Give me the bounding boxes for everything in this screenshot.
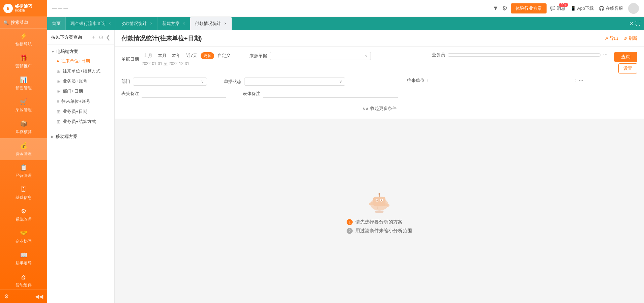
sidebar-item-hardware[interactable]: 🖨 智能硬件 bbox=[0, 270, 47, 290]
source-select[interactable]: ∨ bbox=[270, 52, 371, 60]
scheme-item-unit-account-label: 往来单位+账号 bbox=[61, 98, 90, 104]
scheme-settings-icon[interactable]: ⊙ bbox=[99, 34, 103, 40]
sidebar-bottom: ⚙ ◀◀ bbox=[0, 290, 47, 303]
app-label: App下载 bbox=[577, 5, 594, 11]
scheme-item-unit-date[interactable]: ● 往来单位+日期 bbox=[47, 56, 114, 66]
scheme-item-staff-settle[interactable]: ⊞ 业务员+结算方式 bbox=[47, 117, 114, 127]
date-btn-this-year[interactable]: 本年 bbox=[170, 52, 183, 59]
scheme-group-desktop-label: 电脑端方案 bbox=[56, 49, 78, 55]
date-buttons: 上月 本月 本年 近7天 更多 自定义 bbox=[142, 52, 233, 59]
scheme-item-staff-date[interactable]: ⊞ 业务员+日期 bbox=[47, 107, 114, 117]
export-button[interactable]: ↗ 导出 bbox=[605, 35, 618, 41]
date-btn-more[interactable]: 更多 bbox=[201, 52, 214, 59]
collapse-label: 收起更多条件 bbox=[370, 105, 397, 112]
filter-settings-button[interactable]: 设置 bbox=[618, 63, 637, 73]
collapse-conditions-button[interactable]: ∧∧ 收起更多条件 bbox=[355, 103, 403, 114]
svg-point-7 bbox=[379, 193, 380, 195]
app-download-button[interactable]: 📱 App下载 bbox=[570, 5, 594, 11]
sidebar-item-label: 库存核算 bbox=[16, 129, 32, 135]
tip-num-2: 2 bbox=[347, 228, 353, 234]
staff-select[interactable] bbox=[448, 53, 601, 57]
scheme-item-dept-date[interactable]: ⊞ 部门+日期 bbox=[47, 86, 114, 96]
dept-date-icon: ⊞ bbox=[57, 89, 61, 94]
tab-home[interactable]: 首页 bbox=[47, 17, 66, 30]
tab-home-label: 首页 bbox=[52, 21, 61, 27]
sales-icon: 📊 bbox=[20, 76, 28, 84]
tab-payment[interactable]: 付款情况统计 × bbox=[190, 17, 232, 30]
scheme-group-desktop-header[interactable]: ▼ 电脑端方案 bbox=[47, 47, 114, 56]
sidebar-item-quick-nav[interactable]: ⚡ 快捷导航 bbox=[0, 29, 47, 51]
tab-close-all[interactable]: ✕ bbox=[629, 21, 634, 27]
collapse-up-icon: ∧∧ bbox=[362, 106, 369, 111]
filter-dept-item: 部门 ∨ bbox=[121, 78, 207, 86]
tbody-note-input[interactable] bbox=[263, 90, 398, 98]
collapse-panel-icon[interactable]: ❮ bbox=[106, 34, 110, 40]
scheme-group-mobile-header[interactable]: ▶ 移动端方案 bbox=[47, 132, 114, 141]
sidebar-item-operations[interactable]: 📋 经营管理 bbox=[0, 160, 47, 182]
service-label: 在线客服 bbox=[606, 5, 623, 11]
scheme-item-staff-date-label: 业务员+日期 bbox=[63, 109, 87, 115]
query-actions: 查询 设置 bbox=[614, 52, 637, 73]
thead-note-label: 表头备注 bbox=[121, 91, 139, 97]
breadcrumb-path: — — — bbox=[52, 6, 68, 11]
dept-chevron-icon: ∨ bbox=[201, 79, 204, 84]
topbar-gear-icon[interactable]: ⚙ bbox=[502, 5, 507, 12]
sidebar-item-sales[interactable]: 📊 销售管理 bbox=[0, 72, 47, 94]
tab-bank-close[interactable]: × bbox=[109, 21, 111, 26]
refresh-icon: ↺ bbox=[623, 36, 627, 41]
sidebar-item-purchase[interactable]: 🛒 采购管理 bbox=[0, 94, 47, 116]
refresh-button[interactable]: ↺ 刷新 bbox=[623, 35, 637, 41]
tab-receipt[interactable]: 收款情况统计 × bbox=[116, 17, 157, 30]
svg-rect-10 bbox=[375, 211, 384, 213]
search-menu[interactable]: 🔍 搜索菜单 bbox=[0, 17, 47, 29]
logo-text: 畅捷通巧 标准版 bbox=[15, 4, 32, 13]
date-btn-this-month[interactable]: 本月 bbox=[156, 52, 169, 59]
docstatus-select[interactable]: ∨ bbox=[244, 78, 345, 86]
tab-expand[interactable]: ⛶ bbox=[635, 21, 641, 27]
main-area: — — — ▼ ⚙ 体验行业方案 💬 消息 99+ 📱 App下载 🎧 在线客服… bbox=[47, 0, 644, 303]
date-btn-custom[interactable]: 自定义 bbox=[215, 52, 233, 59]
sidebar-nav: ⚡ 快捷导航 🎁 营销推广 📊 销售管理 🛒 采购管理 📦 库存核算 💰 资金管… bbox=[0, 29, 47, 290]
guide-icon: 📖 bbox=[20, 251, 28, 259]
tab-new-scheme-close[interactable]: × bbox=[183, 21, 185, 26]
tabbar: 首页 现金银行流水查询 × 收款情况统计 × 新建方案 × 付款情况统计 × ✕… bbox=[47, 17, 644, 30]
sidebar-item-capital[interactable]: 💰 资金管理 bbox=[0, 138, 47, 160]
scheme-item-unit-settle[interactable]: ⊞ 往来单位+结算方式 bbox=[47, 66, 114, 76]
tab-bank[interactable]: 现金银行流水查询 × bbox=[66, 17, 116, 30]
app-name: 畅捷通巧 bbox=[15, 4, 32, 9]
sidebar-item-marketing[interactable]: 🎁 营销推广 bbox=[0, 51, 47, 72]
scheme-item-unit-account[interactable]: ≡ 往来单位+账号 bbox=[47, 96, 114, 107]
sidebar-item-basic[interactable]: 🗄 基础信息 bbox=[0, 182, 47, 204]
thead-note-input[interactable] bbox=[142, 90, 226, 98]
relatedunit-dots-icon[interactable]: ··· bbox=[579, 78, 583, 84]
user-avatar[interactable] bbox=[628, 3, 639, 14]
collapse-sidebar-icon[interactable]: ◀◀ bbox=[35, 293, 43, 300]
tab-new-scheme[interactable]: 新建方案 × bbox=[157, 17, 190, 30]
scheme-item-unit-settle-label: 往来单位+结算方式 bbox=[63, 68, 100, 74]
breadcrumb: — — — bbox=[52, 6, 489, 11]
topbar-settings-icon[interactable]: ▼ bbox=[493, 5, 499, 12]
date-label: 单据日期 bbox=[121, 56, 139, 62]
sidebar-item-inventory[interactable]: 📦 库存核算 bbox=[0, 116, 47, 138]
page-title: 付款情况统计(往来单位+日期) bbox=[121, 34, 202, 42]
settings-bottom-icon[interactable]: ⚙ bbox=[4, 293, 9, 300]
tab-receipt-close[interactable]: × bbox=[150, 21, 152, 26]
tab-payment-close[interactable]: × bbox=[224, 21, 227, 26]
query-button[interactable]: 查询 bbox=[614, 52, 637, 62]
staff-dots-icon[interactable]: ··· bbox=[603, 52, 608, 58]
sidebar-item-system[interactable]: ⚙ 系统管理 bbox=[0, 204, 47, 226]
sidebar-item-enterprise[interactable]: 🤝 企业协同 bbox=[0, 226, 47, 248]
scheme-item-staff-account[interactable]: ⊞ 业务员+账号 bbox=[47, 76, 114, 86]
add-scheme-icon[interactable]: ＋ bbox=[91, 34, 96, 41]
relatedunit-select[interactable] bbox=[427, 79, 576, 82]
filter-tbody-note-item: 表体备注 bbox=[243, 90, 583, 98]
message-button[interactable]: 💬 消息 99+ bbox=[550, 5, 565, 11]
dept-select[interactable]: ∨ bbox=[133, 78, 207, 86]
enterprise-icon: 🤝 bbox=[20, 229, 28, 237]
date-btn-last-month[interactable]: 上月 bbox=[142, 52, 154, 59]
dept-label: 部门 bbox=[121, 79, 130, 85]
sidebar-item-guide[interactable]: 📖 新手引导 bbox=[0, 248, 47, 270]
trial-button[interactable]: 体验行业方案 bbox=[511, 3, 547, 13]
date-btn-last7[interactable]: 近7天 bbox=[184, 52, 199, 59]
online-service-button[interactable]: 🎧 在线客服 bbox=[599, 5, 623, 11]
